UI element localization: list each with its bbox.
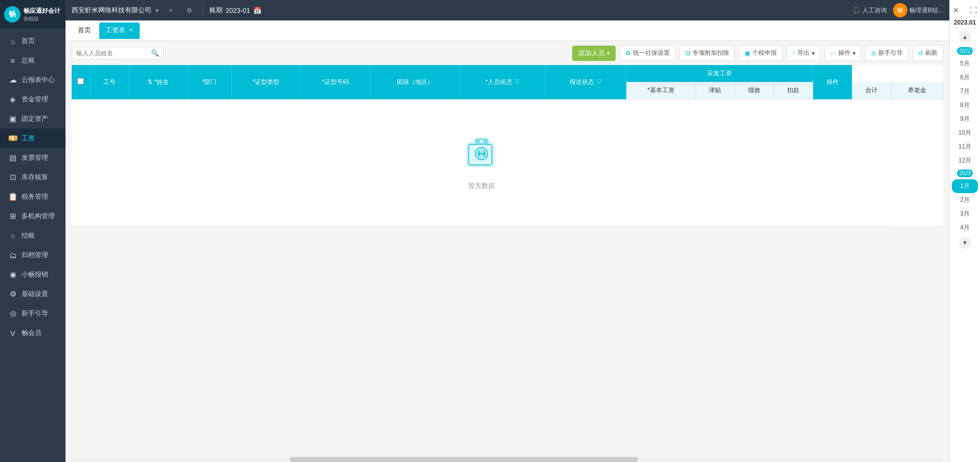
action-icon: ⋯ — [830, 50, 836, 57]
sidebar-item-salary[interactable]: 💴 工资 — [0, 129, 66, 148]
sidebar-item-guide[interactable]: ◎ 新手引导 — [0, 304, 66, 323]
add-company-btn[interactable]: ＋ — [164, 3, 178, 17]
col-header-base-salary: *基本工资 — [626, 82, 696, 99]
action-btn[interactable]: ⋯ 操作 ▾ — [824, 45, 861, 61]
export-dropdown-icon: ▾ — [812, 50, 815, 57]
col-header-deduction: 扣款 — [774, 82, 813, 99]
fund-icon: ◈ — [8, 95, 17, 104]
period-label: 账期 — [209, 6, 223, 15]
empty-text: 暂无数据 — [468, 181, 495, 191]
assets-icon: ▣ — [8, 114, 17, 123]
deduction-icon: ⊟ — [685, 50, 690, 57]
sidebar-item-expense[interactable]: ◉ 小畅报销 — [0, 265, 66, 284]
sidebar-item-tax[interactable]: 📋 税务管理 — [0, 187, 66, 206]
year-2022-badge: 2022 — [957, 47, 972, 55]
panel-expand-btn[interactable]: ⛶ — [970, 6, 977, 14]
sidebar-item-member[interactable]: V 畅会员 — [0, 323, 66, 343]
month-10-2022[interactable]: 10月 — [950, 126, 980, 140]
logo: 畅 畅应通好会计 旗舰版 — [0, 0, 66, 29]
export-icon: ↑ — [792, 50, 795, 57]
guide-icon: ◎ — [8, 309, 17, 318]
col-header-performance: 绩效 — [735, 82, 774, 99]
scroll-down-btn[interactable]: ▼ — [959, 237, 971, 249]
month-5-2022[interactable]: 5月 — [950, 57, 980, 71]
guide-btn[interactable]: ◎ 新手引导 — [865, 45, 908, 61]
company-selector[interactable]: 西安虾米网络科技有限公司 ▼ — [72, 6, 160, 15]
month-2-2023[interactable]: 2月 — [950, 193, 980, 207]
month-12-2022[interactable]: 12月 — [950, 154, 980, 167]
month-11-2022[interactable]: 11月 — [950, 140, 980, 154]
tab-salary-table[interactable]: 工资表 ✕ — [99, 23, 140, 39]
user-menu[interactable]: 畅 畅理通B组... — [893, 3, 943, 17]
month-6-2022[interactable]: 6月 — [950, 71, 980, 85]
avatar: 畅 — [893, 3, 907, 17]
special-deduction-btn[interactable]: ⊟ 专项附加扣除 — [680, 45, 735, 61]
tax-icon: 📋 — [8, 192, 17, 201]
table-container: 工号 ⇅ *姓名 *部门 *证型类型 *证型号码 国籍（地区） *人员状态 ▽ — [66, 65, 949, 457]
month-3-2023[interactable]: 3月 — [950, 207, 980, 221]
col-header-cert-type: *证型类型 — [231, 65, 301, 99]
select-all-header — [72, 65, 90, 99]
empty-state-cell: 暂无数据 — [72, 99, 891, 226]
social-security-btn[interactable]: ♻ 统一社保设置 — [620, 45, 676, 61]
tab-close-icon[interactable]: ✕ — [128, 27, 134, 34]
home-icon: ⌂ — [8, 37, 17, 46]
sidebar-item-fund[interactable]: ◈ 资金管理 — [0, 90, 66, 109]
col-header-action: 操作 — [813, 65, 852, 99]
select-all-checkbox[interactable] — [77, 78, 84, 85]
sidebar-item-settings[interactable]: ⚙ 基础设置 — [0, 284, 66, 304]
horizontal-scrollbar[interactable] — [72, 457, 943, 462]
add-person-button[interactable]: 添加人员 ▾ — [572, 46, 616, 61]
month-9-2022[interactable]: 9月 — [950, 112, 980, 126]
sidebar-item-settle[interactable]: ○ 结账 — [0, 226, 66, 245]
month-8-2022[interactable]: 8月 — [950, 98, 980, 112]
tax-report-btn[interactable]: ▣ 个税申报 — [739, 45, 782, 61]
tab-home[interactable]: 首页 — [72, 23, 97, 39]
col-header-dept: *部门 — [187, 65, 231, 99]
col-header-nationality: 国籍（地区） — [370, 65, 460, 99]
scroll-up-btn[interactable]: ▲ — [959, 31, 971, 43]
topbar-right: 🎧 人工咨询 畅 畅理通B组... — [853, 3, 943, 17]
col-header-pension: 养老金 — [891, 82, 943, 99]
sidebar-item-fixed-assets[interactable]: ▣ 固定资产 — [0, 109, 66, 129]
refresh-btn[interactable]: ↺ 刷新 — [912, 45, 943, 61]
svg-point-7 — [480, 140, 483, 143]
col-header-name: ⇅ *姓名 — [129, 65, 187, 99]
cloud-icon: ☁ — [8, 75, 17, 85]
inventory-icon: ⊡ — [8, 173, 17, 182]
month-7-2022[interactable]: 7月 — [950, 85, 980, 98]
search-input[interactable] — [76, 50, 149, 57]
sidebar-item-ledger[interactable]: ≡ 总账 — [0, 51, 66, 70]
sidebar-nav: ⌂ 首页 ≡ 总账 ☁ 云报表中心 ◈ 资金管理 ▣ 固定资产 💴 工资 ▤ 发… — [0, 29, 66, 462]
headset-icon: 🎧 — [853, 7, 860, 14]
sidebar-item-inventory[interactable]: ⊡ 库存核算 — [0, 167, 66, 187]
col-header-report-status: 报送状态 ▽ — [546, 65, 626, 99]
logo-icon: 畅 — [4, 6, 20, 23]
company-name: 西安虾米网络科技有限公司 — [72, 6, 151, 15]
sidebar-item-home[interactable]: ⌂ 首页 — [0, 31, 66, 51]
export-btn[interactable]: ↑ 导出 ▾ — [787, 45, 820, 61]
toolbar: 🔍 添加人员 ▾ ♻ 统一社保设置 ⊟ 专项附加扣除 ▣ 个税申报 ↑ 导出 — [66, 41, 949, 65]
plus-icon: ＋ — [167, 6, 174, 15]
salary-table: 工号 ⇅ *姓名 *部门 *证型类型 *证型号码 国籍（地区） *人员状态 ▽ — [72, 65, 943, 226]
dropdown-arrow-icon: ▾ — [607, 50, 609, 56]
tabbar: 首页 工资表 ✕ — [66, 20, 949, 41]
scrollbar-thumb — [290, 457, 638, 462]
settings-btn[interactable]: ⚙ — [182, 3, 197, 17]
panel-close-btn[interactable]: ✕ — [953, 6, 959, 14]
month-1-2023[interactable]: 1月 — [952, 179, 978, 193]
month-4-2023[interactable]: 4月 — [950, 221, 980, 235]
sidebar-item-invoice[interactable]: ▤ 发票管理 — [0, 148, 66, 167]
sidebar-item-cloud-report[interactable]: ☁ 云报表中心 — [0, 70, 66, 90]
sidebar-item-multi-org[interactable]: ⊞ 多机构管理 — [0, 206, 66, 226]
calendar-icon: 📅 — [253, 7, 262, 14]
col-header-allowance: 津贴 — [695, 82, 734, 99]
search-icon: 🔍 — [151, 49, 159, 57]
guide-icon: ◎ — [871, 50, 876, 57]
company-dropdown-icon: ▼ — [155, 8, 160, 13]
panel-title: 2023.01 — [950, 17, 980, 29]
tax-icon: ▣ — [745, 50, 750, 57]
human-service-btn[interactable]: 🎧 人工咨询 — [853, 6, 887, 15]
empty-icon — [461, 134, 502, 175]
sidebar-item-archive[interactable]: 🗂 归档管理 — [0, 245, 66, 265]
